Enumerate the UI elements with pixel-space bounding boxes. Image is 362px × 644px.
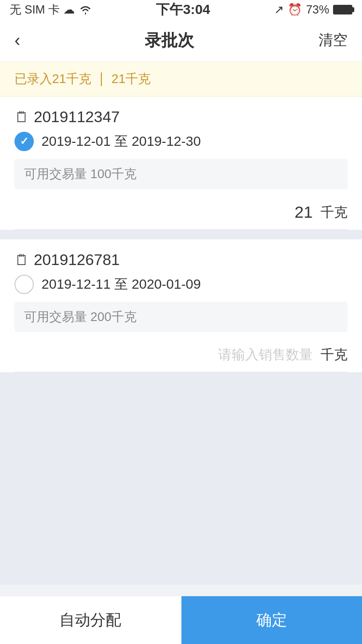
batch-available-2: 可用交易量 200千克 [14, 302, 348, 332]
batch-available-1: 可用交易量 100千克 [14, 159, 348, 189]
page-title: 录批次 [145, 29, 194, 52]
batch-item-2: 🗒 2019126781 2019-12-11 至 2020-01-09 可用交… [0, 239, 362, 372]
batch-id-2: 2019126781 [34, 251, 120, 269]
section-divider [0, 230, 362, 239]
sim-label: 无 SIM 卡 ☁ [10, 2, 75, 17]
summary-divider [101, 72, 102, 86]
confirm-button[interactable]: 确定 [181, 596, 362, 644]
recorded-amount: 已录入21千克 [14, 70, 91, 87]
quantity-value-1: 21 [294, 203, 313, 222]
batch-item-2-content: 🗒 2019126781 2019-12-11 至 2020-01-09 可用交… [0, 239, 362, 372]
batch-radio-2[interactable] [14, 275, 34, 294]
batch-id-row-1: 🗒 2019112347 [14, 108, 348, 126]
alarm-icon: ⏰ [288, 3, 302, 16]
batch-date-2: 2019-12-11 至 2020-01-09 [42, 275, 201, 294]
batch-date-row-2[interactable]: 2019-12-11 至 2020-01-09 [14, 275, 348, 294]
battery-icon [333, 5, 352, 14]
batch-date-1: 2019-12-01 至 2019-12-30 [42, 132, 201, 151]
location-icon: ↗ [274, 3, 284, 16]
quantity-input-row-2[interactable]: 千克 [14, 340, 348, 372]
clear-button[interactable]: 清空 [319, 30, 348, 50]
batch-id-1: 2019112347 [34, 108, 120, 126]
quantity-input-2[interactable] [168, 347, 313, 363]
auto-distribute-button[interactable]: 自动分配 [0, 596, 181, 644]
empty-area [0, 372, 362, 585]
back-button[interactable]: ‹ [14, 30, 20, 51]
quantity-unit-2: 千克 [320, 346, 348, 364]
bottom-bar: 自动分配 确定 [0, 596, 362, 644]
status-left: 无 SIM 卡 ☁ [10, 2, 92, 17]
content-area: 已录入21千克 21千克 🗒 2019112347 2019-12-01 至 2… [0, 62, 362, 633]
nav-bar: ‹ 录批次 清空 [0, 19, 362, 62]
wifi-icon [79, 5, 92, 14]
battery-percentage: 73% [306, 3, 329, 16]
status-time: 下午3:04 [156, 0, 210, 19]
batch-date-row-1[interactable]: 2019-12-01 至 2019-12-30 [14, 132, 348, 151]
batch-item-1: 🗒 2019112347 2019-12-01 至 2019-12-30 可用交… [0, 97, 362, 230]
batch-doc-icon-2: 🗒 [14, 252, 29, 268]
batch-radio-1[interactable] [14, 132, 34, 151]
status-bar: 无 SIM 卡 ☁ 下午3:04 ↗ ⏰ 73% [0, 0, 362, 19]
quantity-unit-1: 千克 [320, 203, 348, 222]
batch-item-1-content: 🗒 2019112347 2019-12-01 至 2019-12-30 可用交… [0, 97, 362, 230]
summary-bar: 已录入21千克 21千克 [0, 62, 362, 97]
batch-id-row-2: 🗒 2019126781 [14, 251, 348, 269]
total-amount: 21千克 [111, 70, 151, 87]
batch-quantity-row-1: 21 千克 [14, 197, 348, 230]
status-right: ↗ ⏰ 73% [274, 3, 352, 16]
batch-doc-icon-1: 🗒 [14, 109, 29, 126]
